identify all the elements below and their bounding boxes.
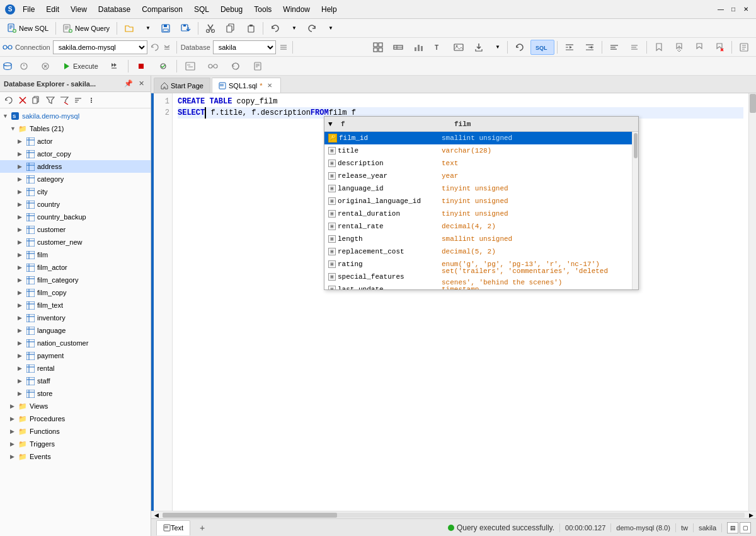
- connection-close-button[interactable]: [35, 59, 55, 74]
- clear-bookmarks-button[interactable]: [710, 40, 729, 55]
- tree-item-actor[interactable]: ▶ actor: [0, 135, 151, 148]
- ac-row-title[interactable]: ▣ title varchar(128): [324, 144, 638, 157]
- sql-tab-close-button[interactable]: ✕: [265, 81, 274, 90]
- tree-item-store[interactable]: ▶ store: [0, 387, 151, 400]
- menu-database[interactable]: Database: [93, 4, 135, 15]
- horizontal-scrollbar[interactable]: [163, 513, 745, 518]
- tree-item-address[interactable]: ▶ address: [0, 160, 151, 173]
- save-as-button[interactable]: [176, 21, 195, 36]
- maximize-button[interactable]: □: [728, 4, 738, 15]
- copy-button[interactable]: [221, 21, 240, 36]
- ac-row-description[interactable]: ▣ description text: [324, 157, 638, 170]
- tree-item-rental[interactable]: ▶ rental: [0, 362, 151, 375]
- tree-item-functions[interactable]: ▶ 📁 Functions: [0, 425, 151, 438]
- view-icon-2[interactable]: ▢: [740, 522, 751, 533]
- tree-item-film-copy[interactable]: ▶ film_copy: [0, 286, 151, 299]
- redo-dropdown-button[interactable]: ▼: [323, 21, 338, 36]
- open-button[interactable]: [120, 21, 139, 36]
- menu-file[interactable]: File: [18, 4, 40, 15]
- new-sql-button[interactable]: New SQL: [3, 21, 53, 36]
- chart-button[interactable]: [409, 40, 428, 55]
- next-bookmark-button[interactable]: [690, 40, 709, 55]
- ac-row-film-id[interactable]: 🔑 film_id smallint unsigned: [324, 132, 638, 144]
- undo-dropdown-button[interactable]: ▼: [286, 21, 301, 36]
- menu-tools[interactable]: Tools: [249, 4, 277, 15]
- panel-copy-button[interactable]: [30, 94, 43, 107]
- tree-item-city[interactable]: ▶ city: [0, 185, 151, 198]
- tree-item-film-category[interactable]: ▶ film_category: [0, 274, 151, 286]
- export-button[interactable]: [469, 40, 488, 55]
- tree-item-film-actor[interactable]: ▶ film_actor: [0, 261, 151, 274]
- ac-row-length[interactable]: ▣ length smallint unsigned: [324, 233, 638, 245]
- connection-select[interactable]: sakila.demo-mysql: [53, 40, 147, 54]
- ac-row-release-year[interactable]: ▣ release_year year: [324, 170, 638, 182]
- redo-button[interactable]: [302, 21, 321, 36]
- prev-bookmark-button[interactable]: [670, 40, 689, 55]
- decrease-indent-button[interactable]: [580, 40, 599, 55]
- menu-debug[interactable]: Debug: [215, 4, 248, 15]
- open-dropdown-button[interactable]: ▼: [140, 21, 155, 36]
- save-button[interactable]: [156, 21, 175, 36]
- details-button[interactable]: [735, 40, 753, 55]
- format-button[interactable]: [369, 40, 387, 55]
- increase-indent-button[interactable]: [560, 40, 579, 55]
- undo-button[interactable]: [266, 21, 285, 36]
- ac-row-special-features[interactable]: ▣ special_features set('trailers', 'comm…: [324, 271, 638, 283]
- tree-item-country-backup[interactable]: ▶ country_backup: [0, 211, 151, 223]
- tree-item-actor-copy[interactable]: ▶ actor_copy: [0, 148, 151, 160]
- history-button[interactable]: [225, 59, 246, 74]
- panel-pin-icon[interactable]: 📌: [123, 78, 134, 90]
- tree-item-views[interactable]: ▶ 📁 Views: [0, 400, 151, 412]
- tree-item-procedures[interactable]: ▶ 📁 Procedures: [0, 412, 151, 425]
- refresh-button[interactable]: [510, 40, 529, 55]
- connection-open-button[interactable]: [14, 59, 34, 74]
- panel-refresh-button[interactable]: [3, 94, 15, 107]
- result-tab-text[interactable]: Text: [156, 520, 190, 535]
- panel-close-icon[interactable]: ✕: [135, 78, 147, 90]
- tree-item-tables[interactable]: ▼ 📁 Tables (21): [0, 122, 151, 135]
- bookmark-button[interactable]: [650, 40, 668, 55]
- menu-sql[interactable]: SQL: [189, 4, 214, 15]
- ac-scrollbar[interactable]: [632, 132, 638, 289]
- tree-item-language[interactable]: ▶ language: [0, 324, 151, 337]
- execute-all-button[interactable]: [105, 59, 125, 74]
- panel-collapse-button[interactable]: [72, 94, 84, 107]
- menu-comparison[interactable]: Comparison: [137, 4, 188, 15]
- commit-button[interactable]: [152, 59, 174, 74]
- script-button[interactable]: [248, 59, 269, 74]
- text-button[interactable]: T: [429, 40, 448, 55]
- scroll-right-button[interactable]: ▶: [746, 512, 756, 518]
- stop-button[interactable]: [131, 59, 151, 74]
- tree-item-nation-customer[interactable]: ▶ nation_customer: [0, 337, 151, 349]
- image-button[interactable]: [449, 40, 468, 55]
- scroll-left-button[interactable]: ◀: [151, 512, 161, 518]
- database-select[interactable]: sakila: [213, 40, 276, 54]
- ac-row-rental-duration[interactable]: ▣ rental_duration tinyint unsigned: [324, 207, 638, 220]
- menu-edit[interactable]: Edit: [41, 4, 64, 15]
- ac-row-last-update[interactable]: ▣ last_update timestamp: [324, 283, 638, 289]
- tree-item-triggers[interactable]: ▶ 📁 Triggers: [0, 438, 151, 450]
- add-result-tab-button[interactable]: +: [195, 521, 209, 535]
- new-query-button[interactable]: New Query: [59, 21, 114, 36]
- panel-filter-button[interactable]: [44, 94, 57, 107]
- tab-sql1[interactable]: SQL1.sql * ✕: [212, 78, 281, 93]
- tree-item-events[interactable]: ▶ 📁 Events: [0, 450, 151, 463]
- panel-delete-button[interactable]: [16, 94, 29, 107]
- paste-button[interactable]: [241, 21, 260, 36]
- tree-item-root[interactable]: ▼ S sakila.demo-mysql: [0, 110, 151, 122]
- tree-item-inventory[interactable]: ▶ inventory: [0, 312, 151, 324]
- tree-item-film[interactable]: ▶ film: [0, 248, 151, 261]
- format-sql-button[interactable]: [180, 59, 201, 74]
- panel-filter-remove-button[interactable]: [58, 94, 71, 107]
- ac-row-language-id[interactable]: ▣ language_id tinyint unsigned: [324, 182, 638, 195]
- explain-button[interactable]: [202, 59, 224, 74]
- uncomment-button[interactable]: [625, 40, 644, 55]
- tree-item-payment[interactable]: ▶ payment: [0, 349, 151, 362]
- export-dropdown-button[interactable]: ▼: [490, 40, 505, 55]
- menu-help[interactable]: Help: [316, 4, 342, 15]
- tree-item-category[interactable]: ▶ category: [0, 173, 151, 185]
- sql-mode-button[interactable]: SQL: [530, 40, 554, 55]
- view-icon-1[interactable]: ▤: [727, 522, 738, 533]
- code-editor[interactable]: CREATE TABLE copy_film SELECT f.title, f…: [173, 93, 748, 511]
- tree-item-customer[interactable]: ▶ customer: [0, 223, 151, 236]
